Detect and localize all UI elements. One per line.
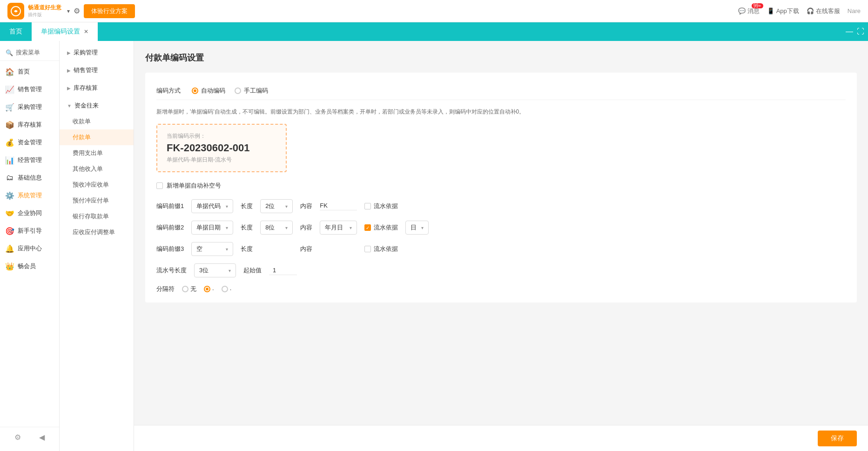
chevron-down-icon-len1: ▾ xyxy=(285,204,288,209)
length1-select[interactable]: 2位 ▾ xyxy=(260,199,293,213)
second-sidebar-item-adjustment[interactable]: 应收应付调整单 xyxy=(60,224,134,240)
start-value-label: 起始值 xyxy=(243,266,262,275)
member-icon: 👑 xyxy=(6,262,14,270)
code-example-value: FK-20230602-001 xyxy=(167,142,276,154)
separator-dot2-radio[interactable]: · xyxy=(222,286,232,293)
bottom-settings-icon[interactable]: ⚙ xyxy=(14,433,21,442)
second-sidebar-item-bank[interactable]: 银行存取款单 xyxy=(60,209,134,224)
message-icon: 💬 xyxy=(738,7,746,14)
tab-close-icon[interactable]: ✕ xyxy=(84,28,88,35)
inventory-icon: 📦 xyxy=(6,121,14,129)
settings-card: 编码方式 自动编码 手工编码 新增单据时，'单据编码'自动生成，不可编辑。前缀设… xyxy=(145,73,857,303)
separator-row: 分隔符 无 · · xyxy=(156,285,846,293)
chevron-down-icon2: ▾ xyxy=(226,225,228,230)
sidebar-bottom: ⚙ ◀ xyxy=(0,427,59,447)
encode-method-label: 编码方式 xyxy=(156,87,181,95)
message-item[interactable]: 💬 消息 99+ xyxy=(738,7,760,15)
group-purchase-header[interactable]: ▶ 采购管理 xyxy=(60,45,134,61)
sidebar-item-finance[interactable]: 💰 资金管理 xyxy=(0,134,59,151)
second-sidebar-item-income[interactable]: 其他收入单 xyxy=(60,161,134,177)
prefix1-select[interactable]: 单据代码 ▾ xyxy=(191,199,233,213)
logo-text: 畅通道好生意 插件版 xyxy=(28,4,61,18)
bottom-collapse-icon[interactable]: ◀ xyxy=(39,433,45,442)
length-label-3: 长度 xyxy=(241,245,253,253)
tab-expand-icon[interactable]: ⛶ xyxy=(857,27,864,36)
system-icon: ⚙️ xyxy=(6,191,14,200)
basics-icon: 🗂 xyxy=(6,174,14,182)
serial-checkbox-1[interactable] xyxy=(364,203,371,209)
second-sidebar-item-prepay-recv[interactable]: 预收冲应收单 xyxy=(60,177,134,193)
online-service-item[interactable]: 🎧 在线客服 xyxy=(807,7,840,15)
purchase-icon: 🛒 xyxy=(6,103,14,111)
try-button[interactable]: 体验行业方案 xyxy=(84,4,135,18)
manual-encode-radio[interactable]: 手工编码 xyxy=(235,87,268,95)
group-finance-flow-header[interactable]: ▼ 资金往来 xyxy=(60,98,134,114)
serial-length-label: 流水号长度 xyxy=(156,266,187,275)
sidebar-item-member[interactable]: 👑 畅会员 xyxy=(0,257,59,275)
second-sidebar-item-receipt[interactable]: 收款单 xyxy=(60,114,134,129)
dropdown-arrow-icon[interactable]: ▾ xyxy=(67,8,70,14)
tab-home[interactable]: 首页 xyxy=(0,22,32,41)
serial-checkbox-3[interactable] xyxy=(364,246,371,252)
field-row-3: 编码前缀3 空 ▾ 长度 内容 流水依据 xyxy=(156,242,846,256)
start-value-field[interactable]: 1 xyxy=(269,266,297,275)
serial-length-select[interactable]: 3位 ▾ xyxy=(194,263,236,277)
app-icon: 📱 xyxy=(767,7,774,14)
arrow-right-icon: ▶ xyxy=(67,50,71,55)
length-label-1: 长度 xyxy=(241,202,253,210)
separator-label: 分隔符 xyxy=(156,285,175,293)
group-finance-flow: ▼ 资金往来 收款单 付款单 费用支出单 其他收入单 预收冲应收单 预付冲应付单… xyxy=(60,98,134,240)
sidebar-item-system[interactable]: ⚙️ 系统管理 xyxy=(0,187,59,204)
second-sidebar-item-prepay-pay[interactable]: 预付冲应付单 xyxy=(60,193,134,209)
sales-icon: 📈 xyxy=(6,85,14,94)
group-inventory-header[interactable]: ▶ 库存核算 xyxy=(60,80,134,96)
bottom-bar: 保存 xyxy=(134,425,868,451)
sidebar-item-appcenter[interactable]: 🔔 应用中心 xyxy=(0,240,59,257)
finance-icon: 💰 xyxy=(6,138,14,147)
code-example-desc: 单据代码-单据日期-流水号 xyxy=(167,156,276,164)
encode-radio-group: 自动编码 手工编码 xyxy=(192,87,268,95)
group-sales-header[interactable]: ▶ 销售管理 xyxy=(60,62,134,78)
settings-icon[interactable]: ⚙ xyxy=(74,7,80,15)
separator-none-radio[interactable]: 无 xyxy=(182,285,196,293)
content-label-2: 内容 xyxy=(300,223,312,232)
second-sidebar-item-payment[interactable]: 付款单 xyxy=(60,129,134,145)
serial-checkbox-2[interactable]: ✓ xyxy=(364,224,371,231)
app-download-item[interactable]: 📱 App下载 xyxy=(767,7,799,15)
header-controls: ▾ ⚙ 体验行业方案 xyxy=(67,4,135,18)
user-info[interactable]: Nare xyxy=(848,7,861,14)
home-icon: 🏠 xyxy=(6,67,14,76)
sidebar-item-sales[interactable]: 📈 销售管理 xyxy=(0,81,59,98)
serial2-select[interactable]: 日 ▾ xyxy=(405,221,429,235)
group-sales: ▶ 销售管理 xyxy=(60,62,134,78)
sidebar-item-cooperation[interactable]: 🤝 企业协同 xyxy=(0,204,59,222)
top-header: 畅通道好生意 插件版 ▾ ⚙ 体验行业方案 💬 消息 99+ 📱 App下载 🎧… xyxy=(0,0,868,22)
sidebar-search[interactable]: 🔍 搜索菜单 xyxy=(0,45,59,61)
auto-fill-row: 新增单据自动补空号 xyxy=(156,182,846,190)
prefix3-select[interactable]: 空 ▾ xyxy=(191,242,233,256)
field-label-3: 编码前缀3 xyxy=(156,245,184,253)
logo-icon xyxy=(7,3,24,20)
sidebar-item-purchase[interactable]: 🛒 采购管理 xyxy=(0,98,59,116)
prefix2-select[interactable]: 单据日期 ▾ xyxy=(191,221,233,235)
save-button[interactable]: 保存 xyxy=(818,431,857,446)
auto-encode-radio[interactable]: 自动编码 xyxy=(192,87,225,95)
auto-fill-checkbox[interactable] xyxy=(156,182,163,189)
content-value-1: FK xyxy=(320,202,357,210)
sidebar-item-home[interactable]: 🏠 首页 xyxy=(0,63,59,81)
cooperation-icon: 🤝 xyxy=(6,209,14,217)
logo-area: 畅通道好生意 插件版 xyxy=(7,3,61,20)
tab-encode-settings[interactable]: 单据编码设置 ✕ xyxy=(32,22,98,41)
manual-encode-radio-circle xyxy=(235,88,241,94)
sidebar-item-basics[interactable]: 🗂 基础信息 xyxy=(0,169,59,187)
sidebar-item-inventory[interactable]: 📦 库存核算 xyxy=(0,116,59,134)
tab-minimize-icon[interactable]: — xyxy=(846,27,853,36)
length2-select[interactable]: 8位 ▾ xyxy=(260,221,293,235)
content2-select[interactable]: 年月日 ▾ xyxy=(320,221,357,235)
auto-fill-label: 新增单据自动补空号 xyxy=(167,182,221,190)
second-sidebar-item-expense[interactable]: 费用支出单 xyxy=(60,145,134,161)
separator-dot-radio[interactable]: · xyxy=(204,286,214,293)
sidebar-item-operations[interactable]: 📊 经营管理 xyxy=(0,151,59,169)
sidebar-item-guide[interactable]: 🎯 新手引导 xyxy=(0,222,59,240)
chevron-down-icon-len2: ▾ xyxy=(285,225,288,230)
